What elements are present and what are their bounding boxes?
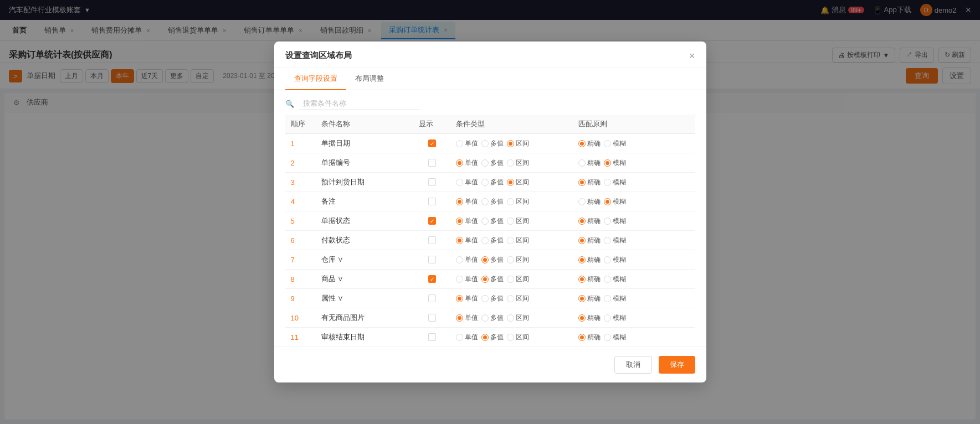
type-radio-单值[interactable]: 单值 bbox=[456, 197, 478, 206]
type-radio-区间[interactable]: 区间 bbox=[507, 333, 529, 342]
row-display-checkbox[interactable] bbox=[413, 153, 450, 173]
modal-table-wrap: 顺序 条件名称 显示 条件类型 匹配原则 1单据日期单值多值区间精确模糊2单据编… bbox=[274, 115, 706, 347]
display-checkbox[interactable] bbox=[428, 178, 436, 186]
row-display-checkbox[interactable] bbox=[413, 134, 450, 153]
radio-dot bbox=[481, 237, 489, 244]
match-radio-精确[interactable]: 精确 bbox=[578, 158, 601, 168]
col-header-match: 匹配原则 bbox=[573, 115, 695, 134]
match-radio-模糊[interactable]: 模糊 bbox=[604, 313, 626, 323]
type-radio-单值[interactable]: 单值 bbox=[456, 313, 478, 323]
row-order: 8 bbox=[285, 270, 316, 289]
match-radio-模糊[interactable]: 模糊 bbox=[604, 139, 626, 148]
modal-overlay: 设置查询区域布局 × 查询字段设置 布局调整 🔍 顺序 条件名称 显示 条件类型 bbox=[0, 0, 980, 424]
radio-dot bbox=[507, 295, 514, 302]
match-radio-精确[interactable]: 精确 bbox=[578, 236, 601, 245]
type-radio-区间[interactable]: 区间 bbox=[507, 178, 529, 187]
type-radio-单值[interactable]: 单值 bbox=[456, 275, 478, 284]
match-radio-模糊[interactable]: 模糊 bbox=[604, 158, 626, 168]
type-radio-区间[interactable]: 区间 bbox=[507, 216, 529, 226]
type-radio-区间[interactable]: 区间 bbox=[507, 294, 529, 303]
modal-tab-layout[interactable]: 布局调整 bbox=[346, 68, 393, 90]
modal-tab-query-fields[interactable]: 查询字段设置 bbox=[285, 68, 346, 90]
match-radio-模糊[interactable]: 模糊 bbox=[604, 275, 626, 284]
display-checkbox[interactable] bbox=[428, 275, 436, 283]
type-radio-多值[interactable]: 多值 bbox=[481, 294, 504, 303]
match-radio-精确[interactable]: 精确 bbox=[578, 333, 601, 342]
match-radio-精确[interactable]: 精确 bbox=[578, 275, 601, 284]
cancel-button[interactable]: 取消 bbox=[614, 356, 652, 374]
type-radio-单值[interactable]: 单值 bbox=[456, 216, 478, 226]
type-radio-单值[interactable]: 单值 bbox=[456, 236, 478, 245]
match-radio-模糊[interactable]: 模糊 bbox=[604, 236, 626, 245]
display-checkbox[interactable] bbox=[428, 294, 436, 302]
type-radio-多值[interactable]: 多值 bbox=[481, 236, 504, 245]
match-radio-精确[interactable]: 精确 bbox=[578, 139, 601, 148]
type-radio-单值[interactable]: 单值 bbox=[456, 255, 478, 265]
type-radio-区间[interactable]: 区间 bbox=[507, 236, 529, 245]
type-radio-区间[interactable]: 区间 bbox=[507, 313, 529, 323]
type-radio-多值[interactable]: 多值 bbox=[481, 158, 504, 168]
row-type-radio-group: 单值多值区间 bbox=[450, 289, 573, 308]
radio-dot bbox=[456, 218, 463, 225]
radio-dot bbox=[481, 256, 489, 263]
display-checkbox[interactable] bbox=[428, 217, 436, 225]
type-radio-单值[interactable]: 单值 bbox=[456, 178, 478, 187]
row-display-checkbox[interactable] bbox=[413, 173, 450, 192]
match-radio-模糊[interactable]: 模糊 bbox=[604, 333, 626, 342]
match-radio-精确[interactable]: 精确 bbox=[578, 255, 601, 265]
row-display-checkbox[interactable] bbox=[413, 250, 450, 270]
type-radio-多值[interactable]: 多值 bbox=[481, 313, 504, 323]
modal-close-button[interactable]: × bbox=[689, 51, 695, 61]
type-radio-区间[interactable]: 区间 bbox=[507, 275, 529, 284]
type-radio-单值[interactable]: 单值 bbox=[456, 294, 478, 303]
match-radio-模糊[interactable]: 模糊 bbox=[604, 197, 626, 206]
radio-dot bbox=[604, 218, 611, 225]
row-condition-name: 有无商品图片 bbox=[316, 308, 414, 328]
match-radio-精确[interactable]: 精确 bbox=[578, 313, 601, 323]
row-display-checkbox[interactable] bbox=[413, 289, 450, 308]
col-header-display: 显示 bbox=[413, 115, 450, 134]
row-order: 5 bbox=[285, 211, 316, 231]
row-display-checkbox[interactable] bbox=[413, 328, 450, 347]
row-display-checkbox[interactable] bbox=[413, 231, 450, 250]
type-radio-多值[interactable]: 多值 bbox=[481, 275, 504, 284]
match-radio-模糊[interactable]: 模糊 bbox=[604, 294, 626, 303]
display-checkbox[interactable] bbox=[428, 236, 436, 244]
match-radio-精确[interactable]: 精确 bbox=[578, 197, 601, 206]
display-checkbox[interactable] bbox=[428, 256, 436, 263]
row-display-checkbox[interactable] bbox=[413, 192, 450, 211]
display-checkbox[interactable] bbox=[428, 159, 436, 167]
type-radio-多值[interactable]: 多值 bbox=[481, 178, 504, 187]
type-radio-单值[interactable]: 单值 bbox=[456, 158, 478, 168]
match-radio-精确[interactable]: 精确 bbox=[578, 216, 601, 226]
match-radio-模糊[interactable]: 模糊 bbox=[604, 178, 626, 187]
row-display-checkbox[interactable] bbox=[413, 211, 450, 231]
type-radio-区间[interactable]: 区间 bbox=[507, 255, 529, 265]
type-radio-区间[interactable]: 区间 bbox=[507, 197, 529, 206]
type-radio-多值[interactable]: 多值 bbox=[481, 216, 504, 226]
type-radio-多值[interactable]: 多值 bbox=[481, 333, 504, 342]
type-radio-区间[interactable]: 区间 bbox=[507, 139, 529, 148]
type-radio-单值[interactable]: 单值 bbox=[456, 139, 478, 148]
save-button[interactable]: 保存 bbox=[659, 356, 695, 374]
row-display-checkbox[interactable] bbox=[413, 270, 450, 289]
radio-dot bbox=[507, 314, 514, 322]
row-display-checkbox[interactable] bbox=[413, 308, 450, 328]
radio-dot bbox=[456, 295, 463, 302]
row-condition-name: 仓库 ∨ bbox=[316, 250, 414, 270]
match-radio-精确[interactable]: 精确 bbox=[578, 294, 601, 303]
type-radio-多值[interactable]: 多值 bbox=[481, 197, 504, 206]
type-radio-单值[interactable]: 单值 bbox=[456, 333, 478, 342]
type-radio-区间[interactable]: 区间 bbox=[507, 158, 529, 168]
match-radio-模糊[interactable]: 模糊 bbox=[604, 216, 626, 226]
match-radio-精确[interactable]: 精确 bbox=[578, 178, 601, 187]
display-checkbox[interactable] bbox=[428, 139, 436, 147]
display-checkbox[interactable] bbox=[428, 314, 436, 322]
display-checkbox[interactable] bbox=[428, 198, 436, 205]
display-checkbox[interactable] bbox=[428, 333, 436, 341]
type-radio-多值[interactable]: 多值 bbox=[481, 139, 504, 148]
type-radio-多值[interactable]: 多值 bbox=[481, 255, 504, 265]
table-row: 7仓库 ∨单值多值区间精确模糊 bbox=[285, 250, 695, 270]
condition-search-input[interactable] bbox=[299, 97, 420, 110]
match-radio-模糊[interactable]: 模糊 bbox=[604, 255, 626, 265]
